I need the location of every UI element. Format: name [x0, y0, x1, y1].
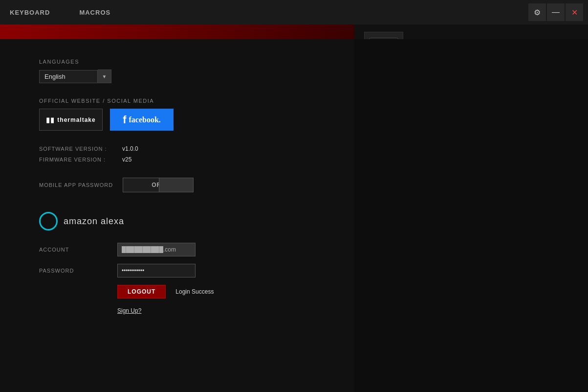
title-bar: KEYBOARD MACROS ⚙ — ✕: [0, 0, 588, 24]
accent-bar: [0, 24, 354, 39]
language-select[interactable]: English French German Spanish Chinese: [39, 70, 98, 83]
software-version-row: SOFTWARE VERSION : v1.0.0: [39, 145, 315, 152]
login-status: Login Success: [175, 288, 214, 295]
mobile-toggle[interactable]: OFF: [123, 178, 194, 192]
language-selector-wrap: English French German Spanish Chinese ▼: [39, 69, 315, 83]
account-label: ACCOUNT: [39, 247, 117, 253]
action-row: LOGOUT Login Success: [117, 285, 315, 299]
close-button[interactable]: ✕: [566, 3, 583, 21]
alexa-logo: amazon alexa: [39, 212, 315, 231]
thermaltake-website-button[interactable]: ▮▮ thermaltake: [39, 109, 103, 131]
alexa-ring-icon: [39, 212, 58, 231]
select-arrow-icon[interactable]: ▼: [98, 69, 111, 83]
alexa-section: amazon alexa ACCOUNT PASSWORD LOGOUT Log…: [39, 212, 315, 315]
firmware-version-label: FIRMWARE VERSION :: [39, 157, 117, 162]
languages-label: LANGUAGES: [39, 59, 315, 65]
facebook-label: facebook.: [129, 115, 161, 124]
window-controls: ⚙ — ✕: [528, 3, 583, 21]
social-section: OFFICIAL WEBSITE / SOCIAL MEDIA ▮▮ therm…: [39, 98, 315, 131]
mobile-toggle-section: MOBILE APP PASSWORD OFF: [39, 178, 315, 192]
account-row: ACCOUNT: [39, 243, 315, 256]
mobile-label: MOBILE APP PASSWORD: [39, 182, 113, 188]
software-version-label: SOFTWARE VERSION :: [39, 146, 117, 152]
right-panel: [354, 39, 588, 392]
facebook-f-icon: f: [123, 114, 126, 126]
social-label: OFFICIAL WEBSITE / SOCIAL MEDIA: [39, 98, 315, 104]
settings-button[interactable]: ⚙: [528, 3, 546, 21]
facebook-button[interactable]: f facebook.: [110, 109, 174, 131]
software-version-value: v1.0.0: [122, 145, 138, 152]
signup-link[interactable]: Sign Up?: [117, 307, 141, 314]
firmware-version-value: v25: [122, 156, 131, 163]
account-input[interactable]: [117, 243, 196, 256]
nav-keyboard[interactable]: KEYBOARD: [5, 6, 55, 19]
firmware-version-row: FIRMWARE VERSION : v25: [39, 156, 315, 163]
signup-row: Sign Up?: [117, 306, 315, 315]
password-row: PASSWORD: [39, 264, 315, 277]
left-panel: LANGUAGES English French German Spanish …: [0, 39, 354, 392]
social-links: ▮▮ thermaltake f facebook.: [39, 109, 315, 131]
tt-logo-icon: ▮▮: [46, 116, 55, 124]
version-section: SOFTWARE VERSION : v1.0.0 FIRMWARE VERSI…: [39, 145, 315, 163]
thermaltake-brand-text: thermaltake: [57, 116, 95, 123]
password-input[interactable]: [117, 264, 196, 277]
nav-menu: KEYBOARD MACROS: [5, 6, 115, 19]
main-content: LANGUAGES English French German Spanish …: [0, 39, 588, 392]
nav-macros[interactable]: MACROS: [74, 6, 115, 19]
alexa-text: amazon alexa: [64, 216, 124, 227]
logout-button[interactable]: LOGOUT: [117, 285, 166, 299]
minimize-button[interactable]: —: [547, 3, 565, 21]
password-label: PASSWORD: [39, 268, 117, 274]
toggle-indicator: [159, 178, 193, 192]
